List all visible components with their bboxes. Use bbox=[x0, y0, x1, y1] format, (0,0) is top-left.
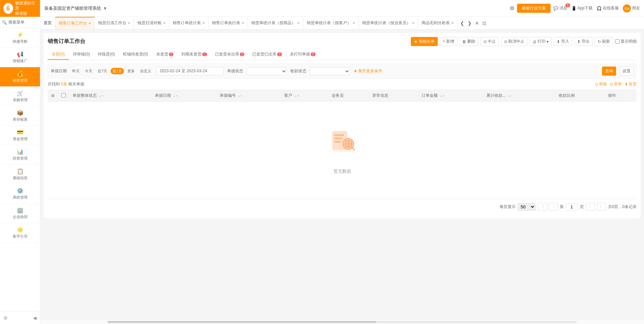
empty-text: 暂无数据 bbox=[334, 168, 351, 174]
export-btn[interactable]: ⬆ 导出 bbox=[574, 37, 593, 46]
system-dropdown[interactable]: ▼ bbox=[103, 6, 107, 11]
tab-overflow-prev[interactable]: ❮ bbox=[459, 20, 466, 27]
import-icon: ⬇ bbox=[557, 39, 560, 44]
settings-icon[interactable]: ⚙ bbox=[3, 315, 8, 321]
filter-tab-all[interactable]: 全部(0) bbox=[48, 49, 69, 60]
th-amount[interactable]: 订单金额 ▲▼ bbox=[418, 90, 483, 102]
sidebar-item-operations[interactable]: 📊 经营管理 bbox=[0, 145, 40, 165]
scroll-thumb[interactable] bbox=[108, 321, 376, 323]
filter-tab-unshipped[interactable]: 未发货0 bbox=[152, 49, 178, 60]
tab-close-sales-order[interactable]: ✕ bbox=[88, 22, 91, 25]
tab-close-sales-summary-product[interactable]: ✕ bbox=[297, 21, 300, 25]
filter-settings-btn[interactable]: 设置 bbox=[619, 67, 634, 76]
sidebar-item-finance[interactable]: 💳 资金管理 bbox=[0, 126, 40, 145]
date-btn-1month[interactable]: 近1月 bbox=[111, 68, 124, 74]
th-number[interactable]: 单据编号 ▲▼ bbox=[216, 90, 281, 102]
tab-sales-summary-product[interactable]: 销货单统计表（按商品） ✕ bbox=[248, 17, 303, 30]
sidebar-item-purchase[interactable]: 🛒 采购管理 bbox=[0, 87, 40, 106]
logo-icon: 6 bbox=[3, 3, 13, 14]
date-btn-custom[interactable]: 自定义 bbox=[138, 68, 153, 74]
show-detail-checkbox[interactable] bbox=[615, 39, 619, 44]
sidebar-item-guide[interactable]: 🌟 新手引导 bbox=[0, 223, 40, 243]
app-download-btn[interactable]: 📱 App下载 bbox=[571, 5, 593, 11]
date-range-input[interactable]: 2023-02-24 至 2023-03-24 bbox=[157, 67, 224, 75]
message-btn[interactable]: 💬 6 消息 bbox=[553, 5, 567, 11]
last-page-btn[interactable]: 》 bbox=[597, 203, 606, 211]
table-batch-actions: ⊙ 审核 ⊙ 弃审 ⬆ 发货 bbox=[595, 81, 637, 87]
filter-tab-shipped-out[interactable]: 已发货已出库0 bbox=[248, 49, 286, 60]
page-number-input[interactable] bbox=[566, 203, 578, 210]
th-date[interactable]: 单据日期 ▲▼ bbox=[152, 90, 216, 102]
batch-ship-btn[interactable]: ⬆ 发货 bbox=[625, 81, 637, 87]
sidebar-item-basic-info[interactable]: 📋 基础信息 bbox=[0, 165, 40, 184]
next-page-btn[interactable]: 〉 bbox=[586, 203, 595, 211]
tab-close-sales-summary-customer[interactable]: ✕ bbox=[352, 21, 355, 25]
first-page-btn[interactable]: 《 bbox=[538, 203, 547, 211]
service-btn[interactable]: 🎧 在线客服 bbox=[597, 5, 619, 11]
filter-tab-pending-inspect[interactable]: 待拣货(0) bbox=[94, 49, 119, 60]
expand-conditions-btn[interactable]: ▼ 展开更多条件 bbox=[353, 68, 382, 74]
sidebar-item-marketing[interactable]: 📢 营销推广 bbox=[0, 48, 40, 67]
tab-product-margin[interactable]: 商品毛利分析表 ✕ bbox=[418, 17, 458, 30]
filter-tab-wangpu[interactable]: 旺铺待发货(0) bbox=[119, 49, 152, 60]
sidebar-item-system[interactable]: ⚙️ 系统管理 bbox=[0, 184, 40, 204]
filter-tab-not-printed[interactable]: 未打印单据0 bbox=[286, 49, 319, 60]
pause-btn[interactable]: ⊙ 中止 bbox=[480, 37, 499, 46]
import-btn[interactable]: ⬇ 导入 bbox=[554, 37, 572, 46]
th-collected[interactable]: 累计收款... ▲▼ bbox=[483, 90, 555, 102]
prev-page-btn[interactable]: 〈 bbox=[549, 203, 558, 211]
tab-sales-summary-staff[interactable]: 销货单统计表（按业务员） ✕ bbox=[359, 17, 418, 30]
tab-home[interactable]: 首页 bbox=[40, 17, 55, 30]
refresh-btn[interactable]: ↻ 刷新 bbox=[595, 37, 613, 46]
tab-overflow-expand[interactable]: ⊡ bbox=[481, 20, 488, 27]
payment-filter-select[interactable] bbox=[310, 67, 350, 75]
tab-close-product-margin[interactable]: ✕ bbox=[451, 21, 454, 25]
sidebar-search[interactable]: 🔍 搜索菜单 bbox=[0, 17, 40, 28]
tab-close-sales-stats[interactable]: ✕ bbox=[202, 21, 205, 25]
tab-cash-reconcile[interactable]: 钱货日清对账 ✕ bbox=[134, 17, 169, 30]
tab-close-cash-daily[interactable]: ✕ bbox=[128, 21, 130, 25]
topbar-gear-icon[interactable]: ⚙ bbox=[510, 5, 514, 11]
date-btn-yesterday[interactable]: 昨天 bbox=[70, 68, 82, 74]
date-btn-more[interactable]: 更多 bbox=[125, 68, 137, 74]
per-page-select[interactable]: 50 20 100 bbox=[518, 203, 535, 211]
smart-create-btn[interactable]: ★ 智能生单 bbox=[411, 37, 438, 46]
user-btn[interactable]: Ea 用友 bbox=[623, 4, 640, 12]
inventory-icon: 📦 bbox=[17, 110, 24, 116]
th-checkbox[interactable] bbox=[58, 90, 69, 102]
delete-btn[interactable]: 🗑 删除 bbox=[459, 37, 478, 46]
collapse-icon[interactable]: ◀ bbox=[33, 315, 37, 321]
date-btn-7days[interactable]: 近7天 bbox=[96, 68, 109, 74]
add-btn[interactable]: + 新增 bbox=[440, 37, 457, 46]
th-customer[interactable]: 客户 ▲▼ bbox=[281, 90, 328, 102]
tab-sales-exec[interactable]: 销售订单执行表 ✕ bbox=[209, 17, 248, 30]
tab-cash-daily[interactable]: 钱货日清工作台 ✕ bbox=[95, 17, 134, 30]
th-setting[interactable]: ⚙ bbox=[48, 90, 58, 102]
filter-tab-shipped-not-out[interactable]: 已发货未出库0 bbox=[211, 49, 249, 60]
tab-close-sales-exec[interactable]: ✕ bbox=[242, 21, 244, 25]
date-btn-today[interactable]: 今天 bbox=[83, 68, 94, 74]
tab-overflow-next[interactable]: ❯ bbox=[466, 20, 473, 27]
filter-tab-overdue-unshipped[interactable]: 到期未发货0 bbox=[177, 49, 211, 60]
batch-cancel-review-btn[interactable]: ⊙ 弃审 bbox=[610, 81, 622, 87]
sidebar-item-inventory[interactable]: 📦 库存核算 bbox=[0, 106, 40, 126]
th-status[interactable]: 单据整体状态 ▲▼ bbox=[69, 90, 152, 102]
industry-btn[interactable]: 体验行业方案 bbox=[517, 4, 551, 13]
bottom-scrollbar[interactable] bbox=[40, 319, 644, 324]
sidebar-item-quick-nav[interactable]: ⚡ 快捷导航 bbox=[0, 28, 40, 48]
tab-overflow-close[interactable]: ✕ bbox=[474, 20, 480, 27]
tab-sales-order-workspace[interactable]: 销售订单工作台 ✕ bbox=[55, 17, 95, 30]
batch-review-btn[interactable]: ⊙ 审核 bbox=[595, 81, 607, 87]
sidebar-item-enterprise[interactable]: 🏢 企业协同 bbox=[0, 204, 40, 223]
cancel-pause-btn[interactable]: ⊙ 取消中止 bbox=[501, 37, 527, 46]
print-btn[interactable]: 🖨 打印 ▾ bbox=[529, 37, 552, 46]
select-all-checkbox[interactable] bbox=[61, 93, 66, 97]
tab-sales-summary-customer[interactable]: 销货单统计表（按客户） ✕ bbox=[303, 17, 359, 30]
filter-tab-pending-review[interactable]: 待审核(0) bbox=[69, 49, 94, 60]
tab-close-cash-reconcile[interactable]: ✕ bbox=[163, 21, 166, 25]
status-filter-select[interactable] bbox=[247, 67, 287, 75]
sidebar-item-sales[interactable]: 💰 销售管理 bbox=[0, 67, 40, 87]
query-btn[interactable]: 查询 bbox=[602, 67, 616, 76]
tab-close-sales-summary-staff[interactable]: ✕ bbox=[412, 21, 415, 25]
tab-sales-stats[interactable]: 销售订单统计表 ✕ bbox=[169, 17, 209, 30]
